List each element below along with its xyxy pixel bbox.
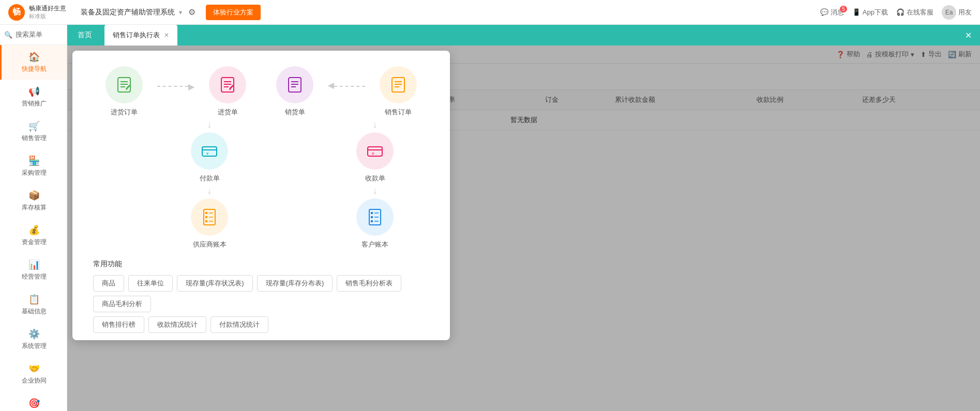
tab-sales-order[interactable]: 销售订单执行表 ✕ <box>104 25 177 45</box>
sales-bill-label: 销货单 <box>285 108 305 117</box>
common-btn-contact[interactable]: 往来单位 <box>128 275 173 292</box>
payment-circle[interactable]: ￥ <box>191 132 228 170</box>
down-arrow-supplier: ↓ <box>207 183 212 199</box>
svg-rect-30 <box>371 212 373 214</box>
message-icon: 💬 <box>820 8 828 16</box>
purchase-bill-circle[interactable] <box>209 66 246 103</box>
common-section-title: 常用功能 <box>93 260 429 269</box>
svg-text:￥: ￥ <box>205 151 209 156</box>
marketing-icon: 📢 <box>28 86 40 97</box>
tab-bar: 首页 销售订单执行表 ✕ ✕ <box>67 25 980 45</box>
common-btn-payment-stats[interactable]: 付款情况统计 <box>210 316 268 333</box>
message-button[interactable]: 💬 消息 5 <box>820 8 844 17</box>
newbie-icon: 🎯 <box>28 398 40 409</box>
sales-order-label: 销售订单 <box>385 108 412 117</box>
basic-info-icon: 📋 <box>28 294 40 305</box>
popup-body: 进货订单 ▶ <box>72 51 450 340</box>
common-btn-sales-rank[interactable]: 销售排行榜 <box>93 316 144 333</box>
sidebar-item-purchase[interactable]: 🏪 采购管理 <box>0 149 67 184</box>
sales-bill-node[interactable]: 销货单 <box>264 66 326 117</box>
sidebar-item-operations[interactable]: 📊 经营管理 <box>0 253 67 287</box>
common-btn-receipt-stats[interactable]: 收款情况统计 <box>148 316 206 333</box>
logo-section: 畅 畅康通好生意 标准版 <box>8 4 76 21</box>
svg-rect-25 <box>205 220 207 222</box>
tab-close-icon[interactable]: ✕ <box>164 32 169 39</box>
sales-order-node[interactable]: 销售订单 <box>367 66 429 117</box>
supplier-account-label: 供应商账本 <box>193 240 227 249</box>
system-name: 装备及固定资产辅助管理系统 <box>81 8 175 17</box>
customer-account-circle[interactable] <box>356 199 394 236</box>
sidebar-item-enterprise[interactable]: 🤝 企业协同 <box>0 357 67 391</box>
page-content: ❓ 帮助 🖨 按模板打印 ▾ ⬆ 导出 🔄 刷新 <box>67 45 980 411</box>
download-icon: 📱 <box>852 8 861 16</box>
search-icon: 🔍 <box>4 31 12 39</box>
avatar: Ea <box>942 5 956 20</box>
headset-icon: 🎧 <box>896 8 904 16</box>
svg-text:￥: ￥ <box>371 151 375 156</box>
common-buttons-group: 商品 往来单位 现存量(库存状况表) 现存量(库存分布表) 销售毛利分析表 商品… <box>93 275 429 312</box>
user-menu[interactable]: Ea 用友 <box>942 5 972 20</box>
down-arrow-payment: ↓ <box>207 117 212 132</box>
purchase-order-node[interactable]: 进货订单 <box>93 66 155 117</box>
home-icon: 🏠 <box>28 51 40 63</box>
sidebar-item-basic-info[interactable]: 📋 基础信息 <box>0 287 67 322</box>
purchase-icon: 🏪 <box>28 155 40 166</box>
search-menu-button[interactable]: 🔍 搜索菜单 <box>0 25 67 45</box>
sidebar-item-inventory[interactable]: 📦 库存核算 <box>0 184 67 218</box>
receipt-circle[interactable]: ￥ <box>356 132 394 170</box>
sales-icon: 🛒 <box>28 120 40 132</box>
enterprise-icon: 🤝 <box>28 363 40 374</box>
payment-label: 付款单 <box>200 174 220 183</box>
common-btn-product[interactable]: 商品 <box>93 275 124 292</box>
popup-box: 进货订单 ▶ <box>72 51 450 340</box>
operations-icon: 📊 <box>28 259 40 270</box>
sidebar-item-sales[interactable]: 🛒 销售管理 <box>0 114 67 149</box>
sidebar-item-quick-nav[interactable]: 🏠 快捷导航 <box>0 45 67 80</box>
common-btn-product-profit[interactable]: 商品毛利分析 <box>93 296 151 312</box>
top-right-actions: 💬 消息 5 📱 App下载 🎧 在线客服 Ea 用友 <box>820 5 972 20</box>
down-arrow-customer: ↓ <box>373 183 378 199</box>
svg-rect-24 <box>205 216 207 218</box>
sidebar-item-newbie[interactable]: 🎯 新手引导 <box>0 391 67 411</box>
system-icon: ⚙️ <box>28 328 40 340</box>
chevron-down-icon[interactable]: ▾ <box>179 9 182 16</box>
common-functions-section: 常用功能 商品 往来单位 现存量(库存状况表) 现存量(库存分布表) 销售毛利分… <box>93 260 429 333</box>
common-btn-stock-status[interactable]: 现存量(库存状况表) <box>177 275 253 292</box>
gear-icon[interactable]: ⚙ <box>186 5 198 19</box>
common-buttons-group-2: 销售排行榜 收款情况统计 付款情况统计 <box>93 316 429 333</box>
logo-text: 畅康通好生意 标准版 <box>29 5 66 20</box>
receipt-node[interactable]: ￥ 收款单 <box>344 132 406 183</box>
sidebar-item-marketing[interactable]: 📢 营销推广 <box>0 80 67 114</box>
online-service-button[interactable]: 🎧 在线客服 <box>896 8 933 17</box>
down-arrow-receipt: ↓ <box>373 117 378 132</box>
sidebar-item-finance[interactable]: 💰 资金管理 <box>0 218 67 253</box>
sidebar: 🔍 搜索菜单 🏠 快捷导航 📢 营销推广 🛒 销售管理 🏪 采购管理 📦 <box>0 25 67 411</box>
purchase-bill-node[interactable]: 进货单 <box>197 66 259 117</box>
svg-rect-23 <box>205 212 207 214</box>
supplier-account-node[interactable]: 供应商账本 <box>178 199 240 249</box>
app-download-button[interactable]: 📱 App下载 <box>852 8 888 17</box>
tab-bar-close-button[interactable]: ✕ <box>957 31 980 40</box>
payment-node[interactable]: ￥ 付款单 <box>178 132 240 183</box>
sales-bill-circle[interactable] <box>276 66 313 103</box>
popup-overlay: 进货订单 ▶ <box>67 45 980 411</box>
common-btn-stock-dist[interactable]: 现存量(库存分布表) <box>257 275 333 292</box>
customer-account-node[interactable]: 客户账本 <box>344 199 406 249</box>
supplier-account-circle[interactable] <box>191 199 228 236</box>
common-btn-sales-profit[interactable]: 销售毛利分析表 <box>337 275 401 292</box>
svg-rect-16 <box>202 147 217 156</box>
svg-rect-31 <box>371 216 373 218</box>
logo-icon: 畅 <box>8 4 25 21</box>
purchase-bill-label: 进货单 <box>218 108 238 117</box>
sidebar-item-system[interactable]: ⚙️ 系统管理 <box>0 322 67 357</box>
purchase-order-circle[interactable] <box>105 66 143 103</box>
content-area: 首页 销售订单执行表 ✕ ✕ ❓ 帮助 🖨 按模板打印 <box>67 25 980 411</box>
flow-diagram: 进货订单 ▶ <box>93 66 429 249</box>
trial-button[interactable]: 体验行业方案 <box>206 5 261 20</box>
sales-order-circle[interactable] <box>380 66 417 103</box>
svg-rect-19 <box>368 147 382 156</box>
inventory-icon: 📦 <box>28 190 40 201</box>
tab-home[interactable]: 首页 <box>67 25 102 45</box>
system-title: 装备及固定资产辅助管理系统 ▾ ⚙ 体验行业方案 <box>76 5 820 20</box>
receipt-label: 收款单 <box>365 174 385 183</box>
